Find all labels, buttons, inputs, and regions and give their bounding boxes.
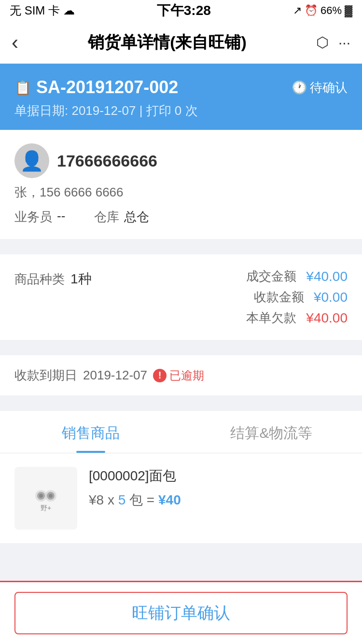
warehouse-item: 仓库 总仓 bbox=[94, 209, 149, 225]
status-time: 下午3:28 bbox=[157, 1, 211, 20]
svg-point-4 bbox=[39, 494, 43, 498]
warehouse-value: 总仓 bbox=[124, 209, 149, 225]
page-title: 销货单详情(来自旺铺) bbox=[88, 31, 247, 54]
order-date: 单据日期: 2019-12-07 | 打印 0 次 bbox=[14, 102, 348, 119]
transaction-label: 成交金额 bbox=[246, 268, 296, 285]
back-button[interactable]: ‹ bbox=[12, 31, 18, 54]
empty-content-area bbox=[0, 543, 362, 581]
order-header-top: 📋 SA-20191207-002 🕐 待确认 bbox=[14, 77, 348, 98]
battery-level: 66% bbox=[320, 4, 342, 17]
divider-3 bbox=[0, 403, 362, 411]
overdue-label: 已逾期 bbox=[169, 368, 204, 383]
overdue-badge: ! 已逾期 bbox=[153, 368, 204, 383]
clock-icon: 🕐 bbox=[292, 80, 307, 95]
product-info: [0000002]面包 ¥8 x 5 包 = ¥40 bbox=[89, 467, 348, 509]
share-icon[interactable]: ⬡ bbox=[316, 34, 329, 51]
balance-row: 本单欠款 ¥40.00 bbox=[246, 309, 348, 326]
balance-value: ¥40.00 bbox=[306, 310, 348, 326]
order-header: 📋 SA-20191207-002 🕐 待确认 单据日期: 2019-12-07… bbox=[0, 64, 362, 130]
status-bar: 无 SIM 卡 ☁ 下午3:28 ↗ ⏰ 66% ▓ bbox=[0, 0, 362, 21]
customer-top: 👤 17666666666 bbox=[14, 143, 348, 178]
salesperson-value: -- bbox=[57, 209, 65, 225]
warehouse-label: 仓库 bbox=[94, 209, 119, 225]
battery-icon: ▓ bbox=[345, 4, 352, 17]
tabs-section: 销售商品 结算&物流等 bbox=[0, 411, 362, 453]
tab-sales-products[interactable]: 销售商品 bbox=[0, 411, 181, 453]
order-id: 📋 SA-20191207-002 bbox=[14, 77, 178, 98]
customer-meta: 业务员 -- 仓库 总仓 bbox=[14, 209, 348, 225]
location-icon: ↗ bbox=[293, 4, 302, 17]
tab-settlement[interactable]: 结算&物流等 bbox=[181, 411, 362, 453]
product-types: 商品种类 1种 bbox=[14, 268, 92, 288]
product-image: 野+ bbox=[14, 467, 77, 530]
equals-sign: = bbox=[147, 492, 158, 507]
customer-section: 👤 17666666666 张，156 6666 6666 业务员 -- 仓库 … bbox=[0, 130, 362, 239]
price-unit: ¥8 bbox=[89, 492, 104, 507]
customer-phone: 17666666666 bbox=[57, 152, 157, 170]
due-date-label: 收款到期日 bbox=[14, 367, 77, 384]
due-date-value: 2019-12-07 bbox=[83, 368, 147, 383]
product-types-value: 1种 bbox=[70, 270, 92, 288]
divider-2 bbox=[0, 348, 362, 355]
sim-status: 无 SIM 卡 ☁ bbox=[10, 3, 75, 18]
status-right: ↗ ⏰ 66% ▓ bbox=[293, 4, 352, 17]
page-wrapper: 无 SIM 卡 ☁ 下午3:28 ↗ ⏰ 66% ▓ ‹ 销货单详情(来自旺铺)… bbox=[0, 0, 362, 644]
divider-1 bbox=[0, 247, 362, 254]
avatar: 👤 bbox=[14, 143, 49, 178]
summary-section: 商品种类 1种 成交金额 ¥40.00 收款金额 ¥0.00 本单欠款 ¥40.… bbox=[0, 254, 362, 340]
amounts: 成交金额 ¥40.00 收款金额 ¥0.00 本单欠款 ¥40.00 bbox=[246, 268, 348, 326]
due-date-section: 收款到期日 2019-12-07 ! 已逾期 bbox=[0, 355, 362, 395]
salesperson-label: 业务员 bbox=[14, 209, 52, 225]
nav-right: ⬡ ··· bbox=[316, 34, 350, 51]
product-types-label: 商品种类 bbox=[14, 271, 65, 288]
nav-left: ‹ bbox=[12, 31, 18, 54]
order-status: 🕐 待确认 bbox=[292, 79, 348, 96]
receipt-row: 收款金额 ¥0.00 bbox=[246, 289, 348, 306]
product-quantity: 5 bbox=[118, 492, 126, 507]
product-unit: 包 bbox=[129, 492, 143, 507]
svg-point-5 bbox=[49, 494, 53, 498]
order-icon: 📋 bbox=[14, 80, 31, 96]
alarm-icon: ⏰ bbox=[305, 4, 318, 17]
transaction-row: 成交金额 ¥40.00 bbox=[246, 268, 348, 285]
product-total: ¥40 bbox=[158, 492, 181, 507]
product-section: 野+ [0000002]面包 ¥8 x 5 包 = ¥40 bbox=[0, 453, 362, 543]
receipt-label: 收款金额 bbox=[254, 289, 304, 306]
status-left: 无 SIM 卡 ☁ bbox=[10, 3, 75, 18]
nav-bar: ‹ 销货单详情(来自旺铺) ⬡ ··· bbox=[0, 21, 362, 64]
svg-text:野+: 野+ bbox=[41, 504, 51, 512]
customer-name: 张，156 6666 6666 bbox=[14, 184, 348, 201]
multiply-sign: x bbox=[108, 492, 118, 507]
salesperson-item: 业务员 -- bbox=[14, 209, 65, 225]
receipt-value: ¥0.00 bbox=[314, 290, 348, 305]
confirm-order-button[interactable]: 旺铺订单确认 bbox=[14, 592, 348, 634]
balance-label: 本单欠款 bbox=[246, 309, 296, 326]
overdue-icon: ! bbox=[153, 369, 167, 382]
more-icon[interactable]: ··· bbox=[338, 34, 350, 51]
product-logo: 野+ bbox=[27, 479, 65, 518]
product-name: [0000002]面包 bbox=[89, 467, 348, 485]
transaction-value: ¥40.00 bbox=[306, 269, 348, 284]
product-price: ¥8 x 5 包 = ¥40 bbox=[89, 491, 348, 509]
confirm-button-area: 旺铺订单确认 bbox=[0, 581, 362, 644]
